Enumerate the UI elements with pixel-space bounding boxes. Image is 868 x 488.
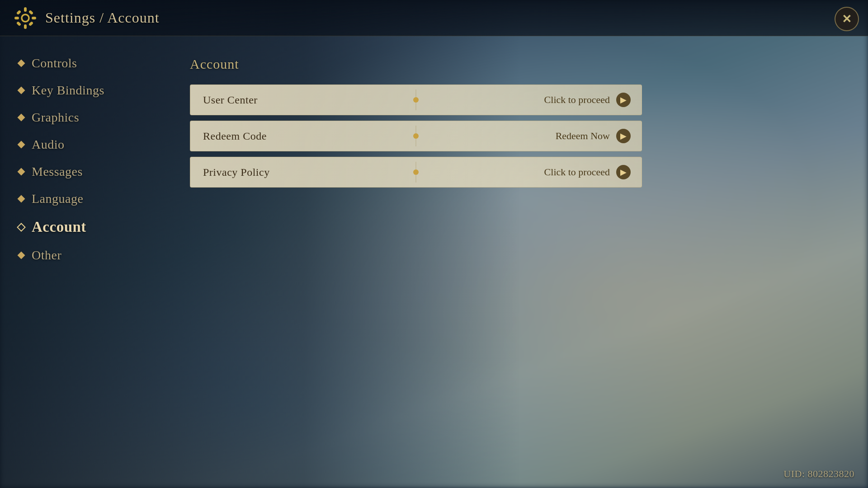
sidebar-item-label: Key Bindings xyxy=(32,83,104,98)
row-right: Click to proceed▶ xyxy=(544,165,631,179)
row-cta: Redeem Now xyxy=(556,130,610,142)
sidebar-item-other[interactable]: Other xyxy=(0,242,163,269)
sidebar-item-language[interactable]: Language xyxy=(0,185,163,212)
row-dot xyxy=(413,97,419,103)
svg-rect-8 xyxy=(28,9,33,14)
sidebar-item-audio[interactable]: Audio xyxy=(0,131,163,158)
sidebar-item-key-bindings[interactable]: Key Bindings xyxy=(0,77,163,104)
svg-rect-4 xyxy=(32,17,36,19)
sidebar-item-label: Messages xyxy=(32,164,83,179)
diamond-icon xyxy=(18,114,24,121)
row-arrow-icon: ▶ xyxy=(616,93,631,107)
header-title: Settings / Account xyxy=(45,9,160,26)
settings-icon xyxy=(14,6,37,30)
uid-label: UID: 802823820 xyxy=(783,468,854,480)
diamond-icon xyxy=(18,141,24,148)
action-row-redeem-code[interactable]: Redeem CodeRedeem Now▶ xyxy=(190,121,642,151)
diamond-icon xyxy=(18,252,24,258)
row-arrow-icon: ▶ xyxy=(616,165,631,179)
svg-rect-3 xyxy=(14,17,19,19)
row-dot xyxy=(413,169,419,175)
row-cta: Click to proceed xyxy=(544,94,610,106)
row-label: Redeem Code xyxy=(203,130,267,142)
svg-rect-6 xyxy=(28,21,33,26)
sidebar-item-account[interactable]: Account xyxy=(0,212,163,242)
row-label: Privacy Policy xyxy=(203,166,270,178)
svg-rect-1 xyxy=(24,7,27,12)
row-right: Redeem Now▶ xyxy=(556,129,631,143)
row-cta: Click to proceed xyxy=(544,166,610,178)
sidebar-item-label: Graphics xyxy=(32,110,79,125)
sidebar-item-graphics[interactable]: Graphics xyxy=(0,104,163,131)
svg-point-0 xyxy=(22,14,29,22)
svg-rect-7 xyxy=(16,21,21,26)
sidebar-item-label: Account xyxy=(32,219,86,235)
sidebar-item-label: Controls xyxy=(32,56,77,70)
row-arrow-icon: ▶ xyxy=(616,129,631,143)
header-bar: Settings / Account xyxy=(0,0,868,36)
sidebar-item-label: Audio xyxy=(32,137,65,152)
diamond-icon xyxy=(18,169,24,175)
sidebar-item-label: Language xyxy=(32,192,83,206)
sidebar-item-messages[interactable]: Messages xyxy=(0,158,163,185)
diamond-icon xyxy=(18,224,24,230)
action-row-privacy-policy[interactable]: Privacy PolicyClick to proceed▶ xyxy=(190,157,642,188)
row-right: Click to proceed▶ xyxy=(544,93,631,107)
row-dot xyxy=(413,133,419,139)
diamond-icon xyxy=(18,87,24,94)
svg-rect-2 xyxy=(24,24,27,29)
section-title: Account xyxy=(190,56,841,72)
sidebar-item-controls[interactable]: Controls xyxy=(0,50,163,77)
sidebar: ControlsKey BindingsGraphicsAudioMessage… xyxy=(0,36,163,488)
close-icon: ✕ xyxy=(842,12,852,26)
diamond-icon xyxy=(18,60,24,66)
sidebar-item-label: Other xyxy=(32,248,61,263)
close-button[interactable]: ✕ xyxy=(835,7,859,31)
diamond-icon xyxy=(18,196,24,202)
row-label: User Center xyxy=(203,94,258,106)
main-content: Account User CenterClick to proceed▶Rede… xyxy=(163,36,868,488)
svg-rect-5 xyxy=(16,9,21,14)
action-row-user-center[interactable]: User CenterClick to proceed▶ xyxy=(190,84,642,115)
